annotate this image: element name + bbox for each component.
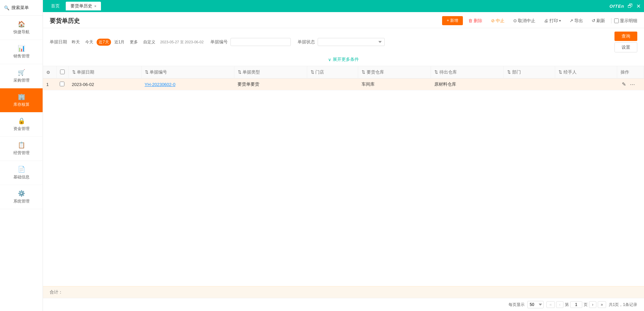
- refresh-button[interactable]: ↺ 刷新: [588, 16, 608, 25]
- toolbar-separator: [611, 18, 611, 24]
- sidebar-item-system[interactable]: ⚙️ 系统管理: [0, 185, 43, 209]
- page-label-prefix: 第: [565, 302, 569, 308]
- sidebar-item-label: 经营管理: [13, 150, 30, 156]
- cell-dept: [504, 79, 555, 90]
- select-all-checkbox[interactable]: [60, 70, 65, 74]
- row-checkbox[interactable]: [60, 82, 64, 86]
- expand-row: ∨ 展开更多条件: [50, 54, 637, 62]
- footer-total: 合计：: [43, 286, 644, 298]
- display-detail-checkbox[interactable]: [614, 18, 619, 23]
- sidebar-item-label: 系统管理: [13, 198, 30, 204]
- pager-next[interactable]: ›: [589, 301, 596, 308]
- col-date[interactable]: ⇅ 单据日期: [68, 66, 141, 79]
- date-btn-1month[interactable]: 近1月: [112, 39, 127, 46]
- sidebar: 🔍 搜索菜单 🏠 快捷导航 📊 销售管理 🛒 采购管理 🏢 库存核算 🔒 资金管…: [0, 0, 43, 311]
- doc-number-input[interactable]: [230, 38, 291, 46]
- status-select[interactable]: [318, 38, 385, 46]
- page-size-label: 每页显示: [508, 302, 525, 308]
- col-handler[interactable]: ⇅ 经手人: [555, 66, 617, 79]
- tab-active[interactable]: 要货单历史 ×: [66, 2, 101, 10]
- delete-icon: 🗑: [468, 18, 473, 23]
- col-store[interactable]: ⇅ 门店: [307, 66, 358, 79]
- sidebar-item-quick-nav[interactable]: 🏠 快捷导航: [0, 16, 43, 40]
- col-req-warehouse[interactable]: ⇅ 要货仓库: [358, 66, 431, 79]
- sidebar-item-purchase[interactable]: 🛒 采购管理: [0, 64, 43, 88]
- display-detail-toggle[interactable]: 显示明细: [614, 18, 637, 24]
- pager-prev[interactable]: ‹: [556, 301, 564, 308]
- stop-icon: ⊘: [491, 18, 495, 23]
- close-window-icon[interactable]: ✕: [636, 3, 641, 9]
- date-btn-yesterday[interactable]: 昨天: [70, 39, 82, 46]
- date-btn-7days[interactable]: 近7天: [97, 39, 111, 46]
- sidebar-item-label: 销售管理: [13, 53, 30, 59]
- delete-button[interactable]: 🗑 删除: [465, 16, 486, 25]
- cell-store: [307, 79, 358, 90]
- col-checkbox: [56, 66, 68, 79]
- table-header-row: ⚙ ⇅ 单据日期 ⇅ 单据编号 ⇅ 单据类型 ⇅ 门店 ⇅ 要货仓库 ⇅ 待出仓…: [43, 66, 644, 79]
- chart-icon: 📊: [18, 45, 25, 52]
- cell-index: 1: [43, 79, 56, 90]
- cell-op: ✎ ⋯: [617, 79, 644, 90]
- op-edit-icon[interactable]: ✎: [621, 81, 628, 87]
- sidebar-item-sales[interactable]: 📊 销售管理: [0, 40, 43, 64]
- sidebar-item-base[interactable]: 📄 基础信息: [0, 161, 43, 185]
- print-arrow-icon: ▾: [559, 19, 561, 23]
- col-settings[interactable]: ⚙: [43, 66, 56, 79]
- topbar-right: OfTEn 🗗 ✕: [609, 3, 641, 9]
- cell-pending-warehouse: 原材料仓库: [431, 79, 504, 90]
- stop-button[interactable]: ⊘ 中止: [488, 16, 508, 25]
- page-size-select[interactable]: 50 20 100: [527, 301, 544, 308]
- tab-home[interactable]: 首页: [46, 2, 64, 10]
- search-icon: 🔍: [4, 5, 9, 10]
- data-table: ⚙ ⇅ 单据日期 ⇅ 单据编号 ⇅ 单据类型 ⇅ 门店 ⇅ 要货仓库 ⇅ 待出仓…: [43, 66, 644, 90]
- page-input[interactable]: [570, 301, 582, 308]
- col-number[interactable]: ⇅ 单据编号: [141, 66, 234, 79]
- page-header: 要货单历史 + 新增 🗑 删除 ⊘ 中止 ⊙ 取消中止 🖨 打印: [43, 12, 644, 28]
- date-btn-today[interactable]: 今天: [83, 39, 95, 46]
- sidebar-item-label: 资金管理: [13, 126, 30, 132]
- sidebar-item-label: 快捷导航: [13, 29, 30, 35]
- close-tab-icon[interactable]: ×: [94, 4, 96, 8]
- sidebar-item-ops[interactable]: 📋 经营管理: [0, 137, 43, 161]
- op-more-icon[interactable]: ⋯: [629, 81, 636, 87]
- clipboard-icon: 📋: [18, 141, 25, 149]
- date-range-display: 2023-05-27 至 2023-06-02: [160, 40, 204, 45]
- date-btn-more[interactable]: 更多: [128, 39, 140, 46]
- page-title: 要货单历史: [50, 17, 439, 25]
- settings-button[interactable]: 设置: [614, 42, 637, 52]
- sidebar-item-finance[interactable]: 🔒 资金管理: [0, 113, 43, 137]
- gear-icon: ⚙️: [18, 190, 25, 197]
- sidebar-search-label: 搜索菜单: [11, 5, 29, 11]
- cell-handler: [555, 79, 617, 90]
- sidebar-search[interactable]: 🔍 搜索菜单: [0, 0, 43, 16]
- pager-last[interactable]: »: [598, 301, 606, 308]
- col-pending-warehouse[interactable]: ⇅ 待出仓库: [431, 66, 504, 79]
- table-wrap: ⚙ ⇅ 单据日期 ⇅ 单据编号 ⇅ 单据类型 ⇅ 门店 ⇅ 要货仓库 ⇅ 待出仓…: [43, 66, 644, 286]
- cell-checkbox: [56, 79, 68, 90]
- col-dept[interactable]: ⇅ 部门: [504, 66, 555, 79]
- lock-icon: 🔒: [18, 117, 25, 125]
- cell-type: 要货单要货: [234, 79, 307, 90]
- sidebar-item-label: 采购管理: [13, 78, 30, 83]
- query-button[interactable]: 查询: [614, 32, 637, 41]
- restore-icon[interactable]: 🗗: [628, 3, 633, 9]
- col-type[interactable]: ⇅ 单据类型: [234, 66, 307, 79]
- main-area: 首页 要货单历史 × OfTEn 🗗 ✕ 要货单历史 + 新增 🗑 删除 ⊘: [43, 0, 644, 311]
- pager: « ‹ 第 页 › »: [546, 301, 606, 308]
- date-btn-custom[interactable]: 自定义: [141, 39, 157, 46]
- expand-button[interactable]: ∨ 展开更多条件: [328, 56, 359, 62]
- sidebar-item-inventory[interactable]: 🏢 库存核算: [0, 88, 43, 113]
- cancel-stop-icon: ⊙: [513, 18, 517, 23]
- filter-group-status: 单据状态: [298, 38, 385, 46]
- cancel-stop-button[interactable]: ⊙ 取消中止: [510, 16, 539, 25]
- doc-number-link[interactable]: YH-20230602-0: [145, 82, 175, 87]
- filter-group-docnumber: 单据编号: [210, 38, 291, 46]
- print-icon: 🖨: [544, 18, 548, 23]
- filter-bar: 单据日期 昨天 今天 近7天 近1月 更多 自定义 2023-05-27 至 2…: [43, 28, 644, 66]
- new-button[interactable]: + 新增: [442, 16, 463, 25]
- print-button[interactable]: 🖨 打印 ▾: [541, 16, 564, 25]
- export-button[interactable]: ↗ 导出: [566, 16, 586, 25]
- query-actions: 查询 设置: [614, 32, 637, 52]
- pager-first[interactable]: «: [546, 301, 555, 308]
- brand-label: OfTEn: [609, 4, 624, 9]
